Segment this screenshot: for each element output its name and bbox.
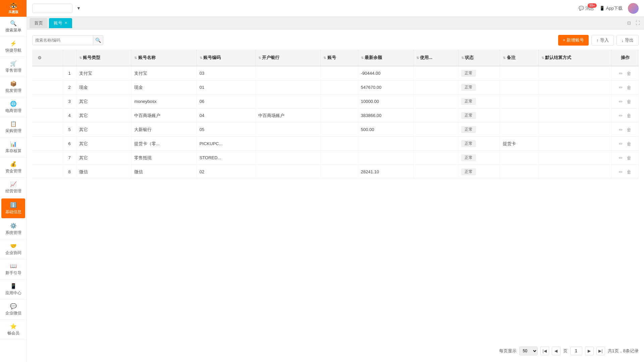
- window-fullscreen-button[interactable]: ⛶: [634, 19, 641, 27]
- row-balance: 547670.00: [358, 80, 413, 95]
- window-restore-button[interactable]: ⊡: [625, 19, 633, 27]
- table-row: 2 现金 现金 01 547670.00 正常 ✏ 🗑: [32, 80, 639, 95]
- col-account[interactable]: ⇅ 账号: [321, 50, 358, 66]
- page-prev-button[interactable]: ◀: [552, 347, 560, 355]
- col-balance[interactable]: ⇅ 最新余额: [358, 50, 413, 66]
- sidebar-item-inventory-check[interactable]: 📊 库存核算: [0, 137, 26, 158]
- edit-button[interactable]: ✏: [618, 98, 624, 105]
- message-button[interactable]: 💬 消息 99+: [579, 5, 594, 11]
- sidebar-item-label: 电商管理: [5, 108, 21, 114]
- edit-button[interactable]: ✏: [618, 155, 624, 161]
- search-button[interactable]: 🔍: [93, 35, 103, 45]
- wechat-icon: 💬: [10, 303, 17, 309]
- user-avatar[interactable]: [628, 3, 639, 14]
- row-remark: [500, 151, 539, 165]
- topbar-dropdown[interactable]: ▼: [76, 6, 81, 11]
- edit-button[interactable]: ✏: [618, 126, 624, 133]
- import-label: 导入: [600, 37, 609, 43]
- sidebar-item-vip-member[interactable]: ⭐ 畅会员: [0, 320, 26, 340]
- tab-account[interactable]: 账号 ✕: [49, 18, 72, 28]
- export-icon: ↓: [622, 38, 624, 43]
- sidebar-item-enterprise-agreement[interactable]: 🤝 企业协同: [0, 239, 26, 259]
- sidebar-item-wholesale-mgmt[interactable]: 📦 批发管理: [0, 77, 26, 97]
- import-button[interactable]: ↑ 导入: [591, 35, 614, 46]
- sidebar-item-system-mgmt[interactable]: ⚙️ 系统管理: [0, 219, 26, 239]
- add-account-button[interactable]: + 新增账号: [558, 35, 589, 46]
- tab-close-icon[interactable]: ✕: [64, 21, 67, 25]
- delete-button[interactable]: 🗑: [625, 112, 633, 119]
- row-usage: [413, 66, 458, 80]
- row-default-settlement: [538, 66, 611, 80]
- col-name[interactable]: ⇅ 账号名称: [131, 50, 197, 66]
- delete-button[interactable]: 🗑: [625, 126, 633, 133]
- search-box: 🔍: [32, 35, 103, 45]
- column-settings-icon[interactable]: ⚙: [35, 53, 44, 62]
- sidebar-item-quick-nav[interactable]: ⚡ 快捷导航: [0, 37, 26, 57]
- sidebar-item-operations-mgmt[interactable]: 📈 经营管理: [0, 178, 26, 198]
- vip-icon: ⭐: [10, 323, 17, 329]
- row-settings: [32, 109, 63, 123]
- delete-button[interactable]: 🗑: [625, 70, 633, 77]
- tabbar: 首页 账号 ✕ ⊡ ⛶: [27, 17, 644, 29]
- page-next-button[interactable]: ▶: [585, 347, 594, 355]
- col-balance-label: 最新余额: [365, 55, 382, 60]
- app-name: 乐惠版: [8, 10, 18, 14]
- row-account: [321, 66, 358, 80]
- sidebar-item-basic-info[interactable]: ℹ️ 基础信息: [1, 198, 25, 219]
- page-input[interactable]: [570, 347, 582, 355]
- row-settings: [32, 137, 63, 151]
- table-row: 8 微信 微信 02 28241.10 正常 ✏ 🗑: [32, 165, 639, 179]
- delete-button[interactable]: 🗑: [625, 84, 633, 91]
- sidebar-item-finance-mgmt[interactable]: 💰 资金管理: [0, 158, 26, 178]
- col-account-label: 账号: [327, 55, 336, 60]
- row-actions: ✏ 🗑: [612, 123, 639, 137]
- col-type[interactable]: ⇅ 账号类型: [76, 50, 131, 66]
- delete-button[interactable]: 🗑: [625, 98, 633, 105]
- edit-button[interactable]: ✏: [618, 140, 624, 147]
- col-code[interactable]: ⇅ 账号编码: [197, 50, 255, 66]
- col-usage[interactable]: ⇅ 使用...: [413, 50, 458, 66]
- page-total-label: 共1页，8条记录: [608, 348, 639, 354]
- page-first-button[interactable]: |◀: [540, 347, 549, 355]
- row-balance: 383866.00: [358, 109, 413, 123]
- edit-button[interactable]: ✏: [618, 70, 624, 77]
- tab-home[interactable]: 首页: [30, 18, 48, 28]
- row-type: 现金: [76, 80, 131, 95]
- delete-button[interactable]: 🗑: [625, 169, 633, 175]
- app-download-button[interactable]: 📱 App下载: [599, 5, 623, 11]
- row-balance: 10000.00: [358, 95, 413, 109]
- row-name: 现金: [131, 80, 197, 95]
- search-input[interactable]: [33, 38, 93, 43]
- row-index: 7: [63, 151, 76, 165]
- sidebar-item-enterprise-wechat[interactable]: 💬 企业微信: [0, 300, 26, 320]
- row-index: 4: [63, 109, 76, 123]
- edit-button[interactable]: ✏: [618, 112, 624, 119]
- sidebar-item-app-center[interactable]: 📱 应用中心: [0, 280, 26, 300]
- sidebar-item-purchase-mgmt[interactable]: 📋 采购管理: [0, 117, 26, 137]
- row-balance: -90444.00: [358, 66, 413, 80]
- col-settlement-sort: ⇅: [541, 56, 544, 60]
- sidebar-item-retail-mgmt[interactable]: 🛒 零售管理: [0, 57, 26, 77]
- col-remark-sort: ⇅: [503, 56, 505, 60]
- col-remark[interactable]: ⇅ 备注: [500, 50, 539, 66]
- dropdown-arrow-icon: ▼: [76, 6, 81, 11]
- topbar-search-input[interactable]: [32, 4, 72, 13]
- table-row: 1 支付宝 支付宝 03 -90444.00 正常 ✏ 🗑: [32, 66, 639, 80]
- system-icon: ⚙️: [10, 223, 17, 229]
- sidebar-item-ecommerce-mgmt[interactable]: 🌐 电商管理: [0, 97, 26, 117]
- row-usage: [413, 95, 458, 109]
- edit-button[interactable]: ✏: [618, 84, 624, 91]
- delete-button[interactable]: 🗑: [625, 140, 633, 147]
- col-bank[interactable]: ⇅ 开户银行: [255, 50, 320, 66]
- col-status[interactable]: ⇅ 状态: [458, 50, 500, 66]
- sidebar-item-new-guide[interactable]: 📖 新手引导: [0, 259, 26, 280]
- col-default-settlement[interactable]: ⇅ 默认结算方式: [538, 50, 611, 66]
- row-remark: 提货卡: [500, 137, 539, 151]
- edit-button[interactable]: ✏: [618, 169, 624, 175]
- sidebar-item-search-menu[interactable]: 🔍 搜索菜单: [0, 17, 26, 37]
- page-last-button[interactable]: ▶|: [596, 347, 605, 355]
- delete-button[interactable]: 🗑: [625, 155, 633, 161]
- page-size-select[interactable]: 50 20 100: [519, 347, 538, 355]
- row-type: 其它: [76, 151, 131, 165]
- export-button[interactable]: ↓ 导出: [616, 35, 639, 46]
